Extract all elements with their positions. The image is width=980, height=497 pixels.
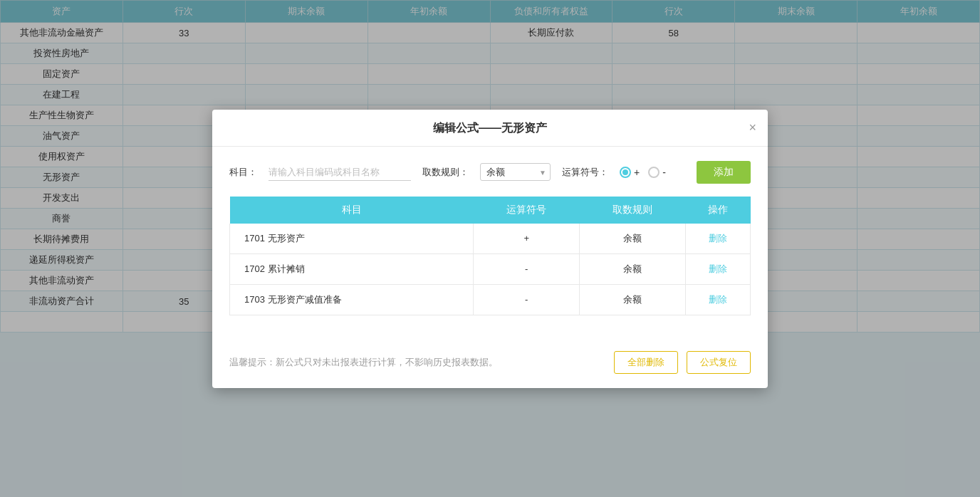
modal-title: 编辑公式——无形资产 [433,122,547,134]
formula-subject-0: 1701 无形资产 [230,224,474,254]
table-header-rule: 取数规则 [580,197,686,224]
delete-all-button[interactable]: 全部删除 [614,351,678,374]
formula-rule-2: 余额 [580,284,686,315]
footer-tip: 温馨提示：新公式只对未出报表进行计算，不影响历史报表数据。 [229,356,498,369]
modal-overlay: 编辑公式——无形资产 × 科目： 取数规则： 余额 借方 贷方 借方发生额 贷方… [0,0,980,497]
table-header-action: 操作 [686,197,751,224]
formula-action-2: 删除 [686,284,751,315]
delete-link-2[interactable]: 删除 [709,294,727,305]
delete-link-0[interactable]: 删除 [709,233,727,244]
table-header-subject: 科目 [230,197,474,224]
operator-plus-radio[interactable]: + [620,167,640,178]
operator-minus-radio[interactable]: - [648,167,666,178]
table-header-operator: 运算符号 [474,197,580,224]
rule-select-wrap: 余额 借方 贷方 借方发生额 贷方发生额 ▼ [480,163,551,181]
modal-header: 编辑公式——无形资产 × [212,110,768,147]
add-button[interactable]: 添加 [697,161,751,184]
modal-footer: 温馨提示：新公式只对未出报表进行计算，不影响历史报表数据。 全部删除 公式复位 [212,344,768,388]
radio-minus-circle [648,167,660,178]
modal-dialog: 编辑公式——无形资产 × 科目： 取数规则： 余额 借方 贷方 借方发生额 贷方… [212,110,768,388]
formula-table: 科目 运算符号 取数规则 操作 1701 无形资产+余额删除1702 累计摊销-… [229,197,751,315]
subject-label: 科目： [229,166,257,179]
delete-link-1[interactable]: 删除 [709,263,727,274]
modal-body: 科目： 取数规则： 余额 借方 贷方 借方发生额 贷方发生额 ▼ 运算符号： [212,147,768,344]
formula-operator-1: - [474,253,580,284]
operator-plus-label: + [634,167,640,178]
table-row: 1702 累计摊销-余额删除 [230,253,751,284]
footer-buttons: 全部删除 公式复位 [614,351,751,374]
formula-operator-0: + [474,224,580,254]
modal-close-button[interactable]: × [749,121,756,134]
operator-radio-group: + - [620,167,666,178]
subject-input[interactable] [269,164,411,181]
rule-select[interactable]: 余额 借方 贷方 借方发生额 贷方发生额 [480,163,551,181]
formula-action-1: 删除 [686,253,751,284]
formula-action-0: 删除 [686,224,751,254]
reset-formula-button[interactable]: 公式复位 [687,351,751,374]
formula-rule-1: 余额 [580,253,686,284]
operator-label: 运算符号： [562,166,608,179]
form-row: 科目： 取数规则： 余额 借方 贷方 借方发生额 贷方发生额 ▼ 运算符号： [229,161,751,184]
formula-rule-0: 余额 [580,224,686,254]
radio-plus-circle [620,167,631,178]
formula-operator-2: - [474,284,580,315]
formula-subject-1: 1702 累计摊销 [230,253,474,284]
table-row: 1701 无形资产+余额删除 [230,224,751,254]
operator-minus-label: - [662,167,666,178]
table-row: 1703 无形资产减值准备-余额删除 [230,284,751,315]
formula-subject-2: 1703 无形资产减值准备 [230,284,474,315]
rule-label: 取数规则： [422,166,469,179]
